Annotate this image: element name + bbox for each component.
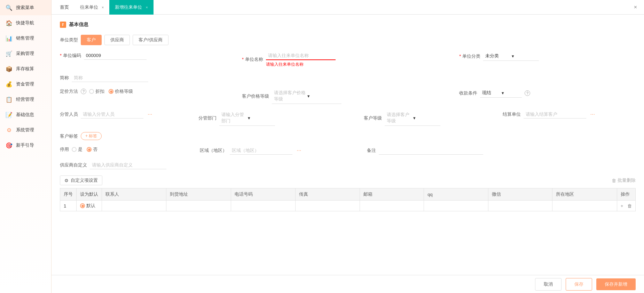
row1-address-input[interactable] — [170, 203, 227, 209]
tab-home[interactable]: 首页 — [54, 0, 74, 15]
remark-input[interactable] — [379, 146, 483, 155]
save-and-new-button[interactable]: 保存并新增 — [596, 278, 636, 290]
sidebar-item-system-label: 系统管理 — [16, 127, 34, 133]
radio-price-level[interactable]: 价格等级 — [109, 88, 133, 95]
finance-icon: 💰 — [6, 81, 13, 88]
sidebar-item-newbie[interactable]: 🎯 新手引导 — [0, 138, 51, 153]
custom-settings-button[interactable]: ⚙ 自定义项设置 — [60, 176, 102, 185]
settlement-label: 结算单位 — [503, 111, 521, 117]
short-name-input[interactable] — [72, 74, 148, 82]
unit-name-input[interactable] — [266, 51, 336, 60]
row1-region-input[interactable] — [556, 203, 613, 209]
cell-qq[interactable] — [424, 201, 488, 211]
sidebar-item-system[interactable]: ⚙ 系统管理 — [0, 122, 51, 138]
customer-price-level-select[interactable]: 请选择客户价格等级 ▾ — [272, 88, 341, 104]
row1-qq-input[interactable] — [427, 203, 484, 209]
system-icon: ⚙ — [6, 127, 13, 133]
cell-contact[interactable] — [102, 201, 166, 211]
sidebar-item-sales[interactable]: 📊 销售管理 — [0, 31, 51, 46]
unit-category-select[interactable]: 未分类 ▾ — [483, 51, 539, 61]
save-button[interactable]: 保存 — [566, 278, 592, 291]
remark-field: 备注 — [367, 146, 636, 155]
sidebar-item-purchase-label: 采购管理 — [16, 50, 34, 57]
unit-category-label: 单位分类 — [459, 53, 480, 59]
tab-partner-list-close[interactable]: × — [102, 5, 104, 9]
sidebar-item-finance[interactable]: 💰 资金管理 — [0, 76, 51, 92]
cell-default: 默认 — [77, 201, 102, 211]
row1-email-input[interactable] — [363, 203, 421, 209]
settlement-ellipsis[interactable]: ··· — [589, 111, 596, 117]
close-all-tabs-button[interactable]: × — [630, 4, 641, 10]
payment-terms-help-icon[interactable]: ? — [525, 90, 530, 96]
add-tag-button[interactable]: + 标签 — [81, 132, 102, 140]
cancel-button[interactable]: 取消 — [535, 278, 561, 291]
unit-name-label: 单位名称 — [242, 56, 263, 63]
contact-table: 序号 设为默认 联系人 到货地址 电话号码 传真 邮箱 qq 微信 所在地区 操… — [60, 188, 636, 211]
payment-terms-value: 现结 — [482, 90, 500, 96]
supplier-custom-input[interactable] — [90, 161, 166, 169]
sidebar-item-search[interactable]: 🔍 搜索菜单 — [0, 0, 51, 15]
tab-new-partner[interactable]: 新增往来单位 × — [109, 0, 153, 15]
tab-partner-list[interactable]: 往来单位 × — [74, 0, 109, 15]
cell-phone[interactable] — [231, 201, 295, 211]
payment-terms-select[interactable]: 现结 ▾ — [480, 88, 522, 98]
region-input[interactable] — [230, 146, 292, 155]
col-contact: 联系人 — [102, 188, 166, 201]
radio-disable-no-circle — [87, 147, 92, 152]
cell-email[interactable] — [360, 201, 424, 211]
unit-category-chevron: ▾ — [512, 54, 537, 59]
row1-default-radio[interactable]: 默认 — [80, 203, 95, 209]
row-delete-icon[interactable]: 🗑 — [627, 203, 632, 209]
tab-partner-list-label: 往来单位 — [80, 4, 98, 10]
cell-address[interactable] — [166, 201, 231, 211]
sidebar-item-basic-info[interactable]: 📝 基础信息 — [0, 107, 51, 122]
radio-disable-no-label: 否 — [93, 146, 97, 153]
unit-code-input[interactable] — [84, 51, 147, 60]
batch-delete-button[interactable]: 🗑 批量删除 — [612, 177, 636, 184]
cell-wechat[interactable] — [488, 201, 552, 211]
row1-fax-input[interactable] — [299, 203, 356, 209]
purchase-icon: 🛒 — [6, 50, 13, 57]
remark-label: 备注 — [367, 147, 376, 154]
dept-placeholder: 请输入分管部门 — [221, 112, 246, 124]
sidebar-item-inventory-label: 库存核算 — [16, 66, 34, 72]
region-ellipsis[interactable]: ··· — [295, 147, 303, 154]
customer-price-level-field: 客户价格等级 请选择客户价格等级 ▾ — [242, 88, 454, 104]
sales-icon: 📊 — [6, 35, 13, 42]
cell-seq: 1 — [60, 201, 77, 211]
radio-discount[interactable]: 折扣 — [89, 88, 104, 95]
unit-type-label: 单位类型 — [60, 37, 78, 43]
customer-level-select[interactable]: 请选择客户等级 ▾ — [385, 110, 440, 126]
unit-type-field: 单位类型 客户 供应商 客户/供应商 — [60, 35, 636, 45]
manager-ellipsis[interactable]: ··· — [146, 111, 154, 117]
sidebar-item-inventory[interactable]: 📦 库存核算 — [0, 61, 51, 76]
sidebar-item-purchase[interactable]: 🛒 采购管理 — [0, 46, 51, 61]
customer-tag-row: 客户标签 + 标签 — [60, 132, 636, 140]
short-name-row: 简称 — [60, 74, 636, 82]
newbie-icon: 🎯 — [6, 142, 13, 149]
cell-fax[interactable] — [295, 201, 360, 211]
row1-phone-input[interactable] — [235, 203, 292, 209]
short-name-field: 简称 — [60, 74, 636, 82]
manager-input[interactable] — [81, 110, 143, 119]
sidebar-item-search-label: 搜索菜单 — [16, 5, 34, 11]
row1-contact-input[interactable] — [105, 203, 163, 209]
cell-region[interactable] — [552, 201, 617, 211]
radio-disable-yes[interactable]: 是 — [72, 146, 83, 153]
main-area: 首页 往来单位 × 新增往来单位 × × F 基本信息 单位类型 客户 供应商 … — [52, 0, 644, 293]
tab-new-partner-close[interactable]: × — [146, 5, 148, 9]
pricing-method-help-icon[interactable]: ? — [81, 89, 86, 94]
row1-wechat-input[interactable] — [492, 203, 549, 209]
sidebar-item-operations[interactable]: 📋 经营管理 — [0, 92, 51, 107]
radio-disable-no[interactable]: 否 — [87, 146, 97, 153]
disable-label: 停用 — [60, 146, 69, 153]
type-btn-both[interactable]: 客户/供应商 — [133, 35, 168, 45]
settlement-input[interactable] — [524, 110, 586, 119]
dept-select[interactable]: 请输入分管部门 ▾ — [219, 110, 275, 126]
type-btn-customer[interactable]: 客户 — [81, 35, 102, 45]
sidebar-item-quick-nav[interactable]: 🏠 快捷导航 — [0, 15, 51, 31]
manager-label: 分管人员 — [60, 111, 78, 117]
type-btn-supplier[interactable]: 供应商 — [104, 35, 130, 45]
table-section: ⚙ 自定义项设置 🗑 批量删除 序号 设为默认 联系人 到货地址 电话号码 — [60, 176, 636, 211]
row-add-icon[interactable]: + — [621, 203, 623, 209]
